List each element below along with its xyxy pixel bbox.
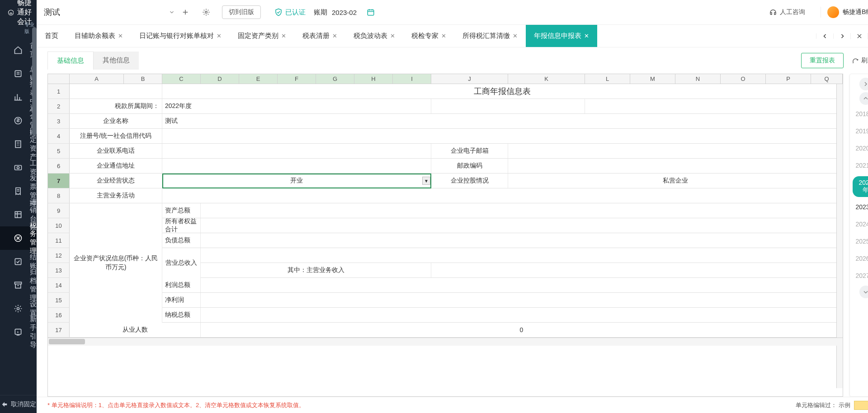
col-header[interactable]: M <box>630 74 675 84</box>
cell[interactable]: 营业总收入 <box>162 248 201 278</box>
col-header[interactable]: D <box>201 74 239 84</box>
col-header[interactable]: J <box>431 74 508 84</box>
cell[interactable] <box>201 293 843 307</box>
year-option[interactable]: 2021年 <box>850 158 868 174</box>
tab-scroll-left[interactable] <box>816 33 833 39</box>
col-header[interactable]: K <box>508 74 585 84</box>
cell[interactable]: 邮政编码 <box>431 159 508 173</box>
tab[interactable]: 税表清册✕ <box>294 25 345 47</box>
tab-close-icon[interactable]: ✕ <box>118 33 123 39</box>
cell[interactable]: 资产总额 <box>162 203 201 218</box>
year-collapse-icon[interactable] <box>859 78 868 90</box>
col-header[interactable]: G <box>316 74 354 84</box>
year-option[interactable]: 2019年 <box>850 124 868 139</box>
row-header[interactable]: 3 <box>48 114 70 128</box>
year-option[interactable]: 2022年 <box>853 176 868 197</box>
subtab-basic[interactable]: 基础信息 <box>47 52 94 70</box>
tab-close-icon[interactable]: ✕ <box>281 33 286 39</box>
year-option[interactable]: 2024年 <box>850 217 868 232</box>
cell[interactable]: 测试 <box>162 114 843 128</box>
col-header[interactable]: A <box>70 74 124 84</box>
cell[interactable]: 2022年度 <box>162 99 431 113</box>
row-header[interactable]: 14 <box>48 278 70 293</box>
tab[interactable]: 日记账与银行对账单核对✕ <box>131 25 230 47</box>
row-header[interactable]: 15 <box>48 293 70 308</box>
cell[interactable] <box>585 99 843 113</box>
horizontal-scrollbar[interactable] <box>48 338 843 346</box>
tab-close-icon[interactable]: ✕ <box>441 33 446 39</box>
tab-close-all[interactable] <box>850 33 868 39</box>
cell[interactable] <box>162 188 843 203</box>
row-header[interactable]: 17 <box>48 323 70 337</box>
cell[interactable]: 负债总额 <box>162 233 201 248</box>
cell[interactable]: 0 <box>201 323 843 337</box>
cell[interactable]: 企业通信地址 <box>70 159 162 173</box>
nav-item-archive[interactable]: 归档管理 <box>0 273 37 297</box>
col-header[interactable]: I <box>393 74 431 84</box>
scroll-thumb[interactable] <box>49 339 85 344</box>
year-option[interactable]: 2025年 <box>850 234 868 249</box>
cell[interactable]: 其中：主营业务收入 <box>201 263 431 277</box>
col-header[interactable]: C <box>162 74 201 84</box>
tab[interactable]: 所得税汇算清缴✕ <box>454 25 526 47</box>
cell[interactable] <box>162 159 431 173</box>
row-header[interactable]: 1 <box>48 84 70 99</box>
business-status-cell[interactable]: 开业 <box>162 174 431 188</box>
col-header[interactable]: F <box>278 74 316 84</box>
cell[interactable]: 企业联系电话 <box>70 144 162 158</box>
col-header[interactable]: E <box>239 74 278 84</box>
col-header[interactable]: B <box>124 74 162 84</box>
tab-close-icon[interactable]: ✕ <box>513 33 518 39</box>
reset-report-button[interactable]: 重置报表 <box>801 53 844 68</box>
year-option[interactable]: 2020年 <box>850 141 868 156</box>
cell[interactable] <box>162 129 843 143</box>
col-header[interactable]: L <box>585 74 630 84</box>
cell[interactable] <box>201 308 843 322</box>
user-menu[interactable]: 畅捷通B组... <box>827 6 868 18</box>
col-header[interactable]: N <box>675 74 721 84</box>
cell[interactable]: 主营业务活动 <box>70 188 162 203</box>
cell[interactable]: 企业电子邮箱 <box>431 144 508 158</box>
asset-info-label[interactable]: 企业资产状况信息(币种：人民币万元) <box>70 203 162 323</box>
consult-button[interactable]: 人工咨询 <box>769 8 805 16</box>
cell[interactable] <box>431 263 843 277</box>
tab-close-icon[interactable]: ✕ <box>390 33 395 39</box>
dropdown-arrow-icon[interactable]: ▼ <box>422 177 430 185</box>
spreadsheet[interactable]: ABCDEFGHIJKLMNOPQ1工商年报信息表2税款所属期间：2022年度3… <box>47 74 843 397</box>
nav-item-home[interactable]: 首页 <box>0 38 37 62</box>
tab-close-icon[interactable]: ✕ <box>332 33 337 39</box>
sheet-title[interactable]: 工商年报信息表 <box>162 84 843 99</box>
year-option[interactable]: 2026年 <box>850 251 868 267</box>
cell[interactable] <box>162 144 431 158</box>
row-header[interactable]: 16 <box>48 308 70 323</box>
col-header[interactable]: O <box>721 74 766 84</box>
row-header[interactable]: 2 <box>48 99 70 113</box>
settings-button[interactable] <box>198 5 214 20</box>
cell[interactable] <box>201 218 843 233</box>
year-option[interactable]: 2023年 <box>850 200 868 215</box>
cell[interactable] <box>70 84 162 99</box>
tab[interactable]: 税检专家✕ <box>403 25 454 47</box>
cell[interactable] <box>201 203 843 218</box>
subtab-other[interactable]: 其他信息 <box>94 52 139 70</box>
year-option[interactable]: 2027年 <box>850 268 868 284</box>
year-up-icon[interactable] <box>859 92 868 105</box>
cell[interactable] <box>201 248 843 263</box>
nav-item-tax[interactable]: 税务管理 <box>0 226 37 250</box>
tab[interactable]: 固定资产类别✕ <box>230 25 294 47</box>
nav-item-guide[interactable]: 新手引导 <box>0 320 37 344</box>
col-header[interactable]: H <box>354 74 393 84</box>
cell[interactable] <box>431 99 585 113</box>
tab[interactable]: 税负波动表✕ <box>345 25 403 47</box>
tab-close-icon[interactable]: ✕ <box>217 33 222 39</box>
cell[interactable] <box>508 159 843 173</box>
nav-item-building[interactable]: 固定资产 <box>0 132 37 156</box>
row-header[interactable]: 5 <box>48 144 70 158</box>
select-all-corner[interactable] <box>48 74 70 84</box>
cell[interactable] <box>201 233 843 248</box>
sidebar-scrollbar[interactable] <box>32 27 37 136</box>
cell[interactable]: 企业名称 <box>70 114 162 128</box>
unpin-button[interactable]: 取消固定 <box>0 395 37 413</box>
cell[interactable]: 纳税总额 <box>162 308 201 322</box>
row-header[interactable]: 7 <box>48 174 70 188</box>
